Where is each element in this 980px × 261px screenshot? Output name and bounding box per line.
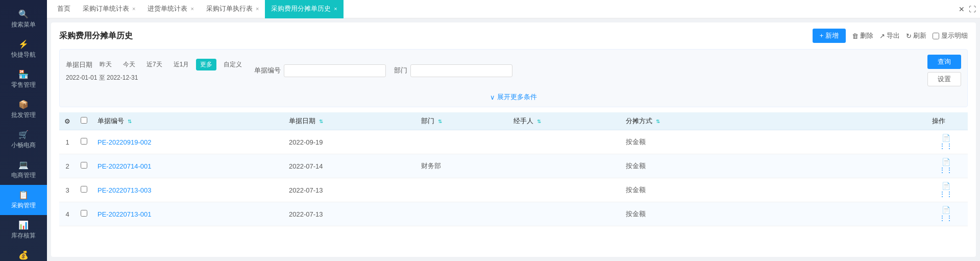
edit-icon[interactable]: 📄 <box>942 182 950 190</box>
refresh-button[interactable]: ↻ 刷新 <box>906 31 926 40</box>
date-btn-yesterday[interactable]: 昨天 <box>95 59 116 70</box>
sidebar-item-finance[interactable]: 💰 资金管理 <box>0 245 47 261</box>
doc-number-input[interactable] <box>284 64 386 77</box>
filter-row: 单据日期 昨天 今天 近7天 近1月 更多 自定义 2022-01-01 至 2… <box>66 55 961 86</box>
tab-purchase-order-exec[interactable]: 采购订单执行表 × <box>200 0 265 18</box>
th-doc-number[interactable]: 单据编号 ⇅ <box>92 112 284 130</box>
table-row: 1 PE-20220919-002 2022-09-19 按金额 📄 ⋮⋮ <box>59 130 968 154</box>
sort-split-method-icon: ⇅ <box>656 118 660 124</box>
more-op-icon[interactable]: ⋮⋮ <box>939 142 953 150</box>
tab-purchase-cost-history[interactable]: 采购费用分摊单历史 × <box>265 0 343 18</box>
tab-close-purchase-cost-history[interactable]: × <box>334 6 337 12</box>
sidebar-item-quick-nav[interactable]: ⚡ 快捷导航 <box>0 34 47 64</box>
expand-filter-button[interactable]: ∨ 展开更多条件 <box>490 92 537 102</box>
delete-icon: 🗑 <box>852 32 859 40</box>
more-op-icon[interactable]: ⋮⋮ <box>939 190 953 198</box>
sort-doc-date-icon: ⇅ <box>319 118 323 124</box>
setting-button[interactable]: 设置 <box>927 72 961 86</box>
th-split-method-label: 分摊方式 <box>626 117 652 125</box>
refresh-icon: ↻ <box>906 32 912 40</box>
tab-close-purchase-order-exec[interactable]: × <box>256 6 259 12</box>
sidebar-item-purchase[interactable]: 📋 采购管理 <box>0 185 47 215</box>
date-btn-today[interactable]: 今天 <box>119 59 139 70</box>
dept-label: 部门 <box>394 66 407 75</box>
more-op-icon[interactable]: ⋮⋮ <box>939 214 953 222</box>
quick-nav-icon: ⚡ <box>2 39 45 49</box>
fullscreen-icon[interactable]: ⛶ <box>969 5 976 13</box>
th-handler[interactable]: 经手人 ⇅ <box>508 112 621 130</box>
tab-goods-receipt-stats[interactable]: 进货单统计表 × <box>141 0 200 18</box>
td-handler <box>508 154 621 178</box>
row-checkbox[interactable] <box>81 138 87 145</box>
row-checkbox[interactable] <box>81 162 87 169</box>
td-doc-number: PE-20220919-002 <box>92 130 284 154</box>
dept-select[interactable]: 财务部 <box>410 64 512 77</box>
td-checkbox <box>76 154 92 178</box>
query-button[interactable]: 查询 <box>927 55 961 69</box>
export-button[interactable]: ↗ 导出 <box>879 31 900 40</box>
tab-bar-actions: ✕ ⛶ <box>959 5 976 13</box>
td-checkbox <box>76 202 92 226</box>
tab-purchase-order-stats[interactable]: 采购订单统计表 × <box>77 0 141 18</box>
chevron-down-icon: ∨ <box>490 93 495 101</box>
tab-close-purchase-order-stats[interactable]: × <box>132 6 135 12</box>
th-handler-label: 经手人 <box>513 117 533 125</box>
edit-icon[interactable]: 📄 <box>942 134 950 142</box>
th-doc-date-label: 单据日期 <box>289 117 315 125</box>
doc-number-link[interactable]: PE-20220919-002 <box>97 138 152 146</box>
sidebar-item-label: 小畅电商 <box>2 141 45 150</box>
tab-bar: 首页 采购订单统计表 × 进货单统计表 × 采购订单执行表 × 采购费用分摊单历… <box>47 0 980 18</box>
th-dept-label: 部门 <box>421 117 434 125</box>
date-btn-7days[interactable]: 近7天 <box>142 59 166 70</box>
sidebar-item-mini-shop[interactable]: 🛒 小畅电商 <box>0 125 47 155</box>
edit-icon[interactable]: 📄 <box>942 206 950 214</box>
tab-close-goods-receipt-stats[interactable]: × <box>190 6 193 12</box>
date-btn-1month[interactable]: 近1月 <box>169 59 193 70</box>
page-title: 采购费用分摊单历史 <box>59 31 133 41</box>
page-header: 采购费用分摊单历史 + 新增 🗑 删除 ↗ 导出 ↻ 刷新 显示明细 <box>59 29 968 43</box>
td-doc-number: PE-20220713-003 <box>92 178 284 202</box>
edit-icon[interactable]: 📄 <box>942 158 950 166</box>
td-settings: 1 <box>59 130 76 154</box>
show-columns-toggle[interactable]: 显示明细 <box>933 31 968 40</box>
doc-number-link[interactable]: PE-20220714-001 <box>97 162 152 170</box>
td-doc-date: 2022-07-14 <box>284 154 416 178</box>
td-dept: 财务部 <box>416 154 508 178</box>
td-split-method: 按金额 <box>621 178 927 202</box>
retail-icon: 🏪 <box>2 69 45 79</box>
th-split-method[interactable]: 分摊方式 ⇅ <box>621 112 927 130</box>
th-doc-date[interactable]: 单据日期 ⇅ <box>284 112 416 130</box>
date-btn-more[interactable]: 更多 <box>196 59 216 70</box>
th-settings[interactable]: ⚙ <box>59 112 76 130</box>
sidebar-item-wholesale[interactable]: 📦 批发管理 <box>0 94 47 125</box>
date-btn-custom[interactable]: 自定义 <box>219 59 246 70</box>
sort-doc-number-icon: ⇅ <box>128 118 132 124</box>
show-columns-checkbox[interactable] <box>933 33 939 39</box>
th-dept[interactable]: 部门 ⇅ <box>416 112 508 130</box>
table-row: 3 PE-20220713-003 2022-07-13 按金额 📄 ⋮⋮ <box>59 178 968 202</box>
more-op-icon[interactable]: ⋮⋮ <box>939 166 953 174</box>
sidebar-item-search[interactable]: 🔍 搜索菜单 <box>0 4 47 34</box>
doc-number-link[interactable]: PE-20220713-003 <box>97 186 152 194</box>
td-handler <box>508 178 621 202</box>
sidebar-item-retail[interactable]: 🏪 零售管理 <box>0 64 47 94</box>
sidebar-item-label: 批发管理 <box>2 111 45 120</box>
row-checkbox[interactable] <box>81 186 87 193</box>
sidebar-item-inventory[interactable]: 📊 库存核算 <box>0 215 47 245</box>
close-all-tabs-icon[interactable]: ✕ <box>959 5 965 13</box>
inventory-icon: 📊 <box>2 220 45 230</box>
td-operations: 📄 ⋮⋮ <box>927 154 968 178</box>
delete-button[interactable]: 🗑 删除 <box>852 31 873 40</box>
td-checkbox <box>76 130 92 154</box>
td-settings: 4 <box>59 202 76 226</box>
select-all-checkbox[interactable] <box>81 117 87 124</box>
row-checkbox[interactable] <box>81 210 87 217</box>
sidebar-item-ecommerce[interactable]: 💻 电商管理 <box>0 155 47 185</box>
tab-home[interactable]: 首页 <box>51 0 77 18</box>
td-dept <box>416 178 508 202</box>
add-button[interactable]: + 新增 <box>813 29 846 43</box>
wholesale-icon: 📦 <box>2 100 45 109</box>
main-area: 首页 采购订单统计表 × 进货单统计表 × 采购订单执行表 × 采购费用分摊单历… <box>47 0 980 261</box>
td-dept <box>416 130 508 154</box>
doc-number-link[interactable]: PE-20220713-001 <box>97 210 152 218</box>
